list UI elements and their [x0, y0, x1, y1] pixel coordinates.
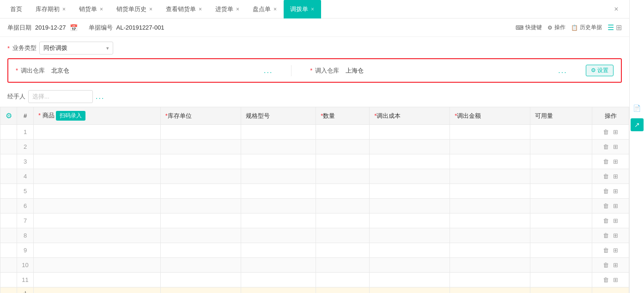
row-cost-4[interactable] [370, 169, 450, 184]
row-copy-icon[interactable]: ⊞ [613, 232, 618, 239]
row-cost-3[interactable] [370, 154, 450, 169]
tab-view-sales-close[interactable]: × [199, 6, 202, 12]
row-delete-icon[interactable]: 🗑 [603, 217, 609, 224]
row-delete-icon[interactable]: 🗑 [603, 188, 609, 195]
row-product-1[interactable] [34, 125, 161, 140]
row-delete-icon[interactable]: 🗑 [603, 232, 609, 239]
row-quantity-5[interactable] [316, 184, 370, 199]
row-spec-4[interactable] [241, 169, 316, 184]
row-amount-9[interactable] [450, 243, 530, 258]
row-available-5[interactable] [530, 184, 592, 199]
row-copy-icon[interactable]: ⊞ [613, 276, 618, 283]
row-quantity-2[interactable] [316, 140, 370, 154]
row-unit-1[interactable] [160, 125, 241, 140]
sidebar-export-icon[interactable]: ↗ [631, 118, 644, 131]
row-available-6[interactable] [530, 199, 592, 214]
date-value[interactable]: 2019-12-27 [35, 24, 66, 31]
window-close-button[interactable]: × [607, 0, 626, 18]
row-delete-icon[interactable]: 🗑 [603, 262, 609, 269]
row-delete-icon[interactable]: 🗑 [603, 276, 609, 283]
row-spec-8[interactable] [241, 228, 316, 243]
row-cost-6[interactable] [370, 199, 450, 214]
row-available-4[interactable] [530, 169, 592, 184]
row-amount-3[interactable] [450, 154, 530, 169]
row-copy-icon[interactable]: ⊞ [613, 262, 618, 269]
row-product-4[interactable] [34, 169, 161, 184]
tab-sales-order-close[interactable]: × [100, 6, 103, 12]
row-amount-2[interactable] [450, 140, 530, 154]
row-copy-icon[interactable]: ⊞ [613, 143, 618, 150]
row-quantity-9[interactable] [316, 243, 370, 258]
warehouse-out-more[interactable]: ... [264, 67, 273, 75]
row-unit-9[interactable] [160, 243, 241, 258]
settings-button[interactable]: ⚙ 设置 [586, 65, 614, 76]
row-delete-icon[interactable]: 🗑 [603, 173, 609, 180]
row-amount-1[interactable] [450, 125, 530, 140]
shortcut-action[interactable]: ⌨ 快捷键 [516, 24, 542, 31]
row-available-8[interactable] [530, 228, 592, 243]
row-unit-6[interactable] [160, 199, 241, 214]
row-cost-2[interactable] [370, 140, 450, 154]
row-product-7[interactable] [34, 214, 161, 228]
row-spec-9[interactable] [241, 243, 316, 258]
row-unit-2[interactable] [160, 140, 241, 154]
row-product-2[interactable] [34, 140, 161, 154]
handler-more[interactable]: ... [96, 92, 104, 101]
row-unit-7[interactable] [160, 214, 241, 228]
row-cost-1[interactable] [370, 125, 450, 140]
warehouse-out-value[interactable]: 北京仓 [51, 67, 69, 75]
column-settings-icon[interactable]: ⚙ [6, 112, 12, 120]
row-unit-3[interactable] [160, 154, 241, 169]
warehouse-in-value[interactable]: 上海仓 [346, 67, 364, 75]
row-amount-7[interactable] [450, 214, 530, 228]
calendar-icon[interactable]: 📅 [70, 24, 78, 31]
row-copy-icon[interactable]: ⊞ [613, 158, 618, 165]
row-product-11[interactable] [34, 273, 161, 287]
row-available-10[interactable] [530, 258, 592, 273]
row-product-6[interactable] [34, 199, 161, 214]
row-copy-icon[interactable]: ⊞ [613, 188, 618, 195]
sidebar-document-icon[interactable]: 📄 [631, 102, 644, 115]
row-quantity-1[interactable] [316, 125, 370, 140]
row-quantity-6[interactable] [316, 199, 370, 214]
row-amount-6[interactable] [450, 199, 530, 214]
tab-transfer-close[interactable]: × [311, 6, 314, 12]
row-cost-8[interactable] [370, 228, 450, 243]
row-spec-6[interactable] [241, 199, 316, 214]
row-available-3[interactable] [530, 154, 592, 169]
row-amount-4[interactable] [450, 169, 530, 184]
tab-purchase-close[interactable]: × [236, 6, 239, 12]
row-cost-10[interactable] [370, 258, 450, 273]
row-cost-5[interactable] [370, 184, 450, 199]
row-amount-5[interactable] [450, 184, 530, 199]
row-spec-7[interactable] [241, 214, 316, 228]
row-cost-11[interactable] [370, 273, 450, 287]
scan-button[interactable]: 扫码录入 [56, 111, 85, 121]
tab-view-sales[interactable]: 查看销货单 × [159, 0, 209, 18]
row-available-9[interactable] [530, 243, 592, 258]
tab-inventory-check-close[interactable]: × [273, 6, 277, 12]
row-spec-2[interactable] [241, 140, 316, 154]
operate-action[interactable]: ⚙ 操作 [547, 24, 565, 31]
tab-purchase[interactable]: 进货单 × [209, 0, 246, 18]
row-quantity-10[interactable] [316, 258, 370, 273]
row-copy-icon[interactable]: ⊞ [613, 128, 618, 135]
row-delete-icon[interactable]: 🗑 [603, 247, 609, 254]
tab-inventory-init-close[interactable]: × [62, 6, 66, 12]
row-cost-7[interactable] [370, 214, 450, 228]
row-product-8[interactable] [34, 228, 161, 243]
row-quantity-11[interactable] [316, 273, 370, 287]
row-quantity-7[interactable] [316, 214, 370, 228]
row-delete-icon[interactable]: 🗑 [603, 143, 609, 150]
tab-inventory-init[interactable]: 库存期初 × [29, 0, 73, 18]
row-delete-icon[interactable]: 🗑 [603, 128, 609, 135]
row-product-3[interactable] [34, 154, 161, 169]
row-copy-icon[interactable]: ⊞ [613, 202, 618, 209]
row-unit-4[interactable] [160, 169, 241, 184]
tab-transfer[interactable]: 调拨单 × [284, 0, 321, 18]
tab-sales-order[interactable]: 销货单 × [73, 0, 110, 18]
row-quantity-4[interactable] [316, 169, 370, 184]
row-spec-1[interactable] [241, 125, 316, 140]
row-product-9[interactable] [34, 243, 161, 258]
row-copy-icon[interactable]: ⊞ [613, 173, 618, 180]
